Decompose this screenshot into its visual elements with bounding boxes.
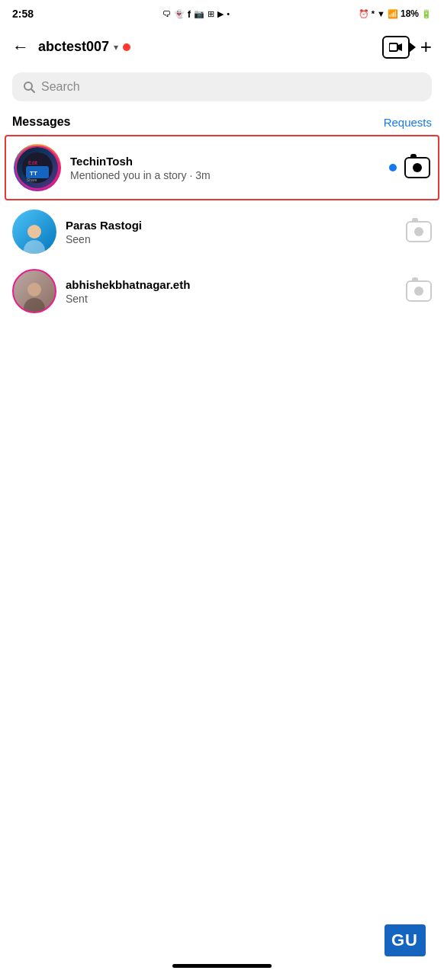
techintosh-name: TechinTosh (70, 155, 380, 168)
status-icons: 🗨 👻 f 📷 ⊞ ▶ • (162, 8, 230, 20)
abhishek-name: abhishekbhatnagar.eth (66, 278, 397, 291)
bluetooth-icon: * (372, 9, 375, 18)
avatar-container-techintosh: Edit TT Share (14, 144, 61, 191)
dropdown-icon[interactable]: ▾ (114, 42, 118, 53)
snapchat-icon: 👻 (174, 9, 185, 19)
paras-name: Paras Rastogi (66, 219, 397, 232)
svg-text:Edit: Edit (28, 160, 37, 165)
bottom-bar (0, 958, 444, 980)
header: ← abctest007 ▾ + (0, 27, 444, 66)
paras-content: Paras Rastogi Seen (66, 219, 397, 245)
username-label: abctest007 (38, 39, 109, 55)
camera-button-paras[interactable] (406, 221, 432, 242)
header-left: ← abctest007 ▾ (12, 37, 130, 57)
conversation-item-abhishek[interactable]: abhishekbhatnagar.eth Sent (0, 261, 444, 321)
paras-avatar (12, 210, 56, 254)
svg-text:TT: TT (30, 170, 37, 177)
camera-button-abhishek[interactable] (406, 280, 432, 302)
abhishek-preview: Sent (66, 293, 397, 305)
conversation-item-paras[interactable]: Paras Rastogi Seen (0, 202, 444, 261)
search-bar[interactable]: Search (12, 72, 432, 101)
facebook-icon: f (188, 8, 191, 20)
paras-preview: Seen (66, 233, 397, 245)
camera-lens-inactive (414, 227, 423, 236)
svg-line-3 (31, 89, 34, 92)
dot-icon: • (227, 9, 230, 18)
avatar-container-abhishek (12, 269, 56, 313)
camera-lens (413, 163, 422, 172)
search-placeholder: Search (41, 80, 80, 94)
camera-bump (410, 154, 417, 158)
unread-dot (389, 164, 397, 171)
camera-bump-inactive-2 (412, 277, 418, 281)
watermark-svg: G U (388, 927, 422, 953)
paras-actions (406, 221, 432, 242)
home-indicator (172, 964, 272, 968)
battery-icon: 🔋 (421, 9, 432, 19)
status-bar: 2:58 🗨 👻 f 📷 ⊞ ▶ • ⏰ * ▼ 📶 18% 🔋 (0, 0, 444, 27)
youtube-icon: ▶ (217, 9, 224, 19)
techintosh-actions (389, 157, 430, 178)
svg-text:G: G (391, 930, 404, 950)
conversation-item-techintosh[interactable]: Edit TT Share TechinTosh Mentioned you i… (5, 135, 439, 200)
header-right: + (382, 35, 432, 59)
requests-button[interactable]: Requests (384, 116, 432, 129)
abhishek-content: abhishekbhatnagar.eth Sent (66, 278, 397, 305)
svg-text:U: U (405, 930, 417, 950)
messages-header: Messages Requests (0, 107, 444, 133)
message-icon: 🗨 (162, 9, 171, 18)
abhishek-avatar (12, 269, 56, 313)
abhishek-actions (406, 280, 432, 302)
avatar-container-paras (12, 210, 56, 254)
techintosh-preview: Mentioned you in a story · 3m (70, 169, 380, 181)
wifi-icon: ▼ (377, 9, 385, 18)
video-icon (389, 43, 403, 52)
camera-button-techintosh[interactable] (404, 157, 430, 178)
camera-lens-inactive-2 (414, 287, 423, 296)
grid-icon: ⊞ (208, 9, 214, 19)
signal-icon: 📶 (388, 9, 398, 19)
battery-text: 18% (401, 8, 419, 19)
techintosh-content: TechinTosh Mentioned you in a story · 3m (70, 155, 380, 181)
add-button[interactable]: + (420, 35, 432, 59)
search-icon (23, 81, 35, 93)
alarm-icon: ⏰ (359, 9, 369, 19)
svg-text:Share: Share (27, 178, 37, 182)
online-status-dot (123, 43, 130, 51)
instagram-icon: 📷 (194, 9, 204, 19)
back-button[interactable]: ← (12, 37, 29, 57)
watermark-logo: G U (384, 924, 426, 956)
messages-label: Messages (12, 115, 71, 129)
techintosh-avatar-image: Edit TT Share (17, 147, 58, 188)
svg-rect-0 (389, 43, 397, 51)
video-call-button[interactable] (382, 36, 410, 59)
svg-marker-1 (398, 43, 402, 51)
status-time: 2:58 (12, 8, 34, 20)
username-row: abctest007 ▾ (38, 39, 130, 55)
status-right-icons: ⏰ * ▼ 📶 18% 🔋 (359, 8, 432, 19)
camera-bump-inactive (412, 218, 418, 222)
